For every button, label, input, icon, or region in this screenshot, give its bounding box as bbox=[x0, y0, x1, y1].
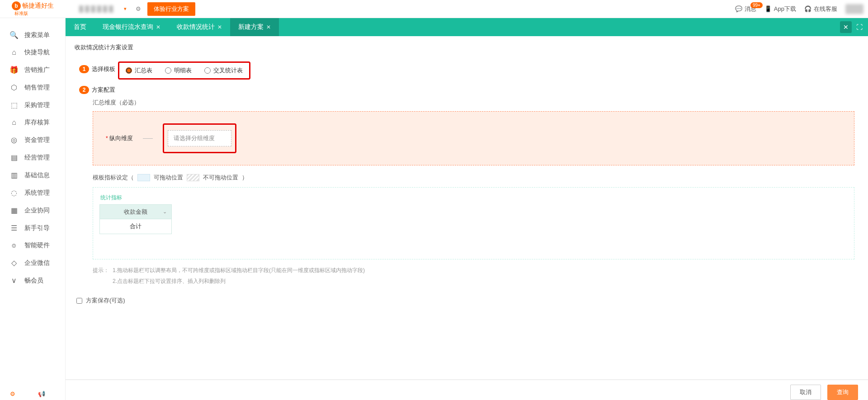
chat-icon: 💬 bbox=[735, 5, 742, 12]
save-plan-checkbox[interactable] bbox=[76, 298, 82, 304]
sidebar-item-member[interactable]: ∨畅会员 bbox=[0, 272, 65, 289]
gear-icon[interactable]: ⚙ bbox=[136, 5, 141, 12]
tab-close-all[interactable]: ✕ bbox=[840, 21, 852, 33]
metric-area-title: 统计指标 bbox=[99, 194, 848, 202]
sidebar-item-basicinfo[interactable]: ▥基础信息 bbox=[0, 166, 65, 184]
tab[interactable]: 现金银行流水查询✕ bbox=[94, 18, 169, 36]
step-2-badge: 2 bbox=[79, 86, 89, 94]
sidebar-item-system[interactable]: ◌系统管理 bbox=[0, 184, 65, 202]
msg-badge: 99+ bbox=[750, 2, 763, 8]
support-link[interactable]: 🎧 在线客服 bbox=[804, 5, 837, 13]
template-highlight-box: 汇总表明细表交叉统计表 bbox=[118, 61, 250, 80]
sidebar-item-marketing[interactable]: 🎁营销推广 bbox=[0, 61, 65, 79]
tab-label: 首页 bbox=[74, 23, 86, 31]
template-radio-label: 汇总表 bbox=[135, 66, 152, 75]
connector-line bbox=[143, 138, 153, 139]
template-radio[interactable]: 明细表 bbox=[165, 66, 192, 75]
sidebar-item-purchase-icon: ⬚ bbox=[10, 101, 18, 109]
template-radio[interactable]: 交叉统计表 bbox=[204, 66, 243, 75]
sidebar-item-label: 系统管理 bbox=[24, 189, 50, 197]
step-1-label: 选择模板 bbox=[92, 65, 115, 73]
sidebar-item-label: 销售管理 bbox=[24, 84, 50, 92]
tab[interactable]: 收款情况统计✕ bbox=[169, 18, 230, 36]
sidebar-item-sales[interactable]: ⬡销售管理 bbox=[0, 79, 65, 96]
sidebar-item-label: 智能硬件 bbox=[24, 241, 50, 249]
logo-edition: 标准版 bbox=[5, 10, 28, 17]
expand-icon: ⛶ bbox=[856, 24, 863, 31]
tab-label: 现金银行流水查询 bbox=[103, 23, 153, 31]
sidebar-item-label: 基础信息 bbox=[24, 171, 50, 179]
sidebar-item-purchase[interactable]: ⬚采购管理 bbox=[0, 96, 65, 114]
sidebar-item-label: 企业微信 bbox=[24, 259, 50, 267]
dimension-select[interactable]: 请选择分组维度 bbox=[168, 130, 231, 146]
sidebar-item-hardware[interactable]: ⌾智能硬件 bbox=[0, 237, 65, 254]
tab[interactable]: 新建方案✕ bbox=[230, 18, 279, 36]
sidebar-item-label: 新手引导 bbox=[24, 224, 50, 232]
dimension-highlight-box: 请选择分组维度 bbox=[163, 123, 236, 153]
sidebar-item-inventory-icon: ⌂ bbox=[10, 118, 18, 127]
template-radio-input[interactable] bbox=[126, 67, 132, 74]
app-download-label: App下载 bbox=[774, 5, 796, 13]
sidebar-item-funds-icon: ◎ bbox=[10, 136, 18, 144]
query-button[interactable]: 查询 bbox=[827, 385, 858, 400]
chevron-down-icon[interactable]: ⌄ bbox=[163, 209, 167, 215]
dimension-card: * 纵向维度 请选择分组维度 bbox=[93, 111, 854, 165]
sidebar-item-operations[interactable]: ▤经营管理 bbox=[0, 149, 65, 166]
indicator-legend: 模板指标设定（ 可拖动位置 不可拖动位置 ） bbox=[93, 174, 854, 182]
close-icon[interactable]: ✕ bbox=[266, 24, 271, 30]
trial-button[interactable]: 体验行业方案 bbox=[147, 2, 195, 16]
sidebar-item-collab[interactable]: ▦企业协同 bbox=[0, 202, 65, 219]
template-radio-input[interactable] bbox=[165, 67, 171, 74]
metric-header-cell[interactable]: 收款金额 ⌄ bbox=[100, 205, 171, 219]
tab[interactable]: 首页 bbox=[66, 18, 94, 36]
dim-section-title: 汇总维度（必选） bbox=[93, 99, 854, 107]
chevron-down-icon[interactable]: ▾ bbox=[124, 6, 127, 12]
headset-icon: 🎧 bbox=[804, 5, 811, 12]
tab-label: 收款情况统计 bbox=[177, 23, 215, 31]
step-1-badge: 1 bbox=[79, 65, 89, 73]
sidebar-item-label: 库存核算 bbox=[24, 118, 50, 127]
sidebar-item-label: 经营管理 bbox=[24, 154, 50, 162]
sidebar-item-label: 搜索菜单 bbox=[24, 31, 50, 39]
org-name-masked: ██████ bbox=[79, 5, 115, 12]
sidebar-item-guide-icon: ☰ bbox=[10, 224, 18, 232]
sidebar-item-funds[interactable]: ◎资金管理 bbox=[0, 131, 65, 149]
metric-drop-area[interactable]: 统计指标 收款金额 ⌄ 合计 bbox=[93, 187, 854, 259]
template-radio-input[interactable] bbox=[204, 67, 211, 74]
sidebar-item-shortcut[interactable]: ⌂快捷导航 bbox=[0, 44, 65, 61]
fullscreen-toggle[interactable]: ⛶ bbox=[854, 21, 865, 33]
cancel-button[interactable]: 取消 bbox=[790, 385, 821, 400]
swatch-nondraggable bbox=[187, 174, 199, 181]
sidebar-item-search[interactable]: 🔍搜索菜单 bbox=[0, 26, 65, 44]
sidebar-item-label: 快捷导航 bbox=[24, 48, 50, 56]
logo-icon: b bbox=[12, 1, 21, 10]
metric-column[interactable]: 收款金额 ⌄ 合计 bbox=[99, 204, 172, 234]
sidebar-item-marketing-icon: 🎁 bbox=[10, 66, 18, 74]
logo-text: 畅捷通好生 bbox=[22, 2, 54, 10]
tab-bar: 首页现金银行流水查询✕收款情况统计✕新建方案✕ ✕ ⛶ bbox=[66, 18, 868, 36]
sidebar-item-guide[interactable]: ☰新手引导 bbox=[0, 219, 65, 237]
sidebar-item-system-icon: ◌ bbox=[10, 188, 18, 197]
sidebar-item-wechat-icon: ◇ bbox=[10, 259, 18, 267]
close-icon[interactable]: ✕ bbox=[217, 24, 222, 30]
template-radio[interactable]: 汇总表 bbox=[126, 66, 152, 75]
close-icon[interactable]: ✕ bbox=[156, 24, 160, 30]
save-plan-label: 方案保存(可选) bbox=[86, 296, 125, 305]
sidebar: 🔍搜索菜单⌂快捷导航🎁营销推广⬡销售管理⬚采购管理⌂库存核算◎资金管理▤经营管理… bbox=[0, 18, 66, 400]
sidebar-bottom-icon-1[interactable]: ⚙ bbox=[10, 391, 15, 397]
template-radio-label: 明细表 bbox=[174, 66, 192, 75]
sidebar-item-sales-icon: ⬡ bbox=[10, 83, 18, 92]
sidebar-item-basicinfo-icon: ▥ bbox=[10, 171, 18, 179]
metric-total-cell: 合计 bbox=[100, 219, 171, 234]
app-download-link[interactable]: 📱 App下载 bbox=[764, 5, 796, 13]
sidebar-item-wechat[interactable]: ◇企业微信 bbox=[0, 254, 65, 272]
sidebar-item-shortcut-icon: ⌂ bbox=[10, 48, 18, 56]
sidebar-item-inventory[interactable]: ⌂库存核算 bbox=[0, 114, 65, 131]
sidebar-item-label: 营销推广 bbox=[24, 66, 50, 74]
step-2-label: 方案配置 bbox=[92, 86, 115, 94]
messages-link[interactable]: 💬 消息 99+ bbox=[735, 5, 756, 13]
sidebar-bottom-icon-2[interactable]: 📢 bbox=[38, 391, 45, 397]
sidebar-item-hardware-icon: ⌾ bbox=[10, 241, 18, 249]
dim-field-label: 纵向维度 bbox=[109, 135, 133, 141]
user-avatar-masked[interactable] bbox=[845, 4, 863, 14]
